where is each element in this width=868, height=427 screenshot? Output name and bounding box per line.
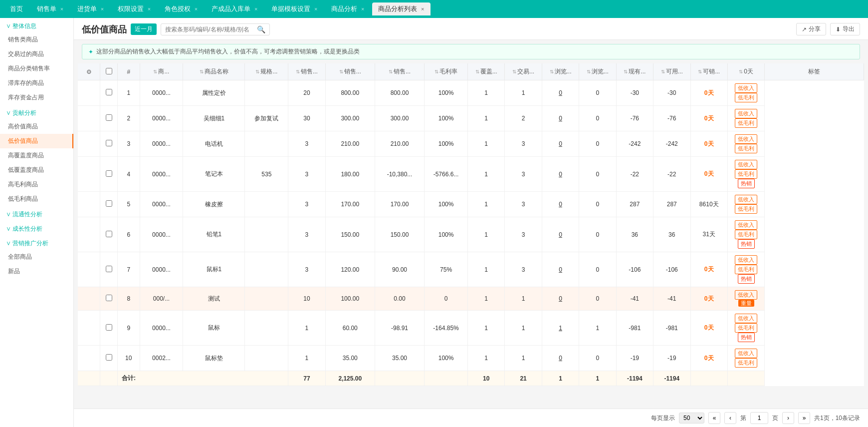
nav-analysis[interactable]: 商品分析 × <box>325 2 370 15</box>
td-checkbox[interactable] <box>100 157 118 192</box>
nav-analysis-close[interactable]: × <box>361 6 364 12</box>
td-days: 0天 <box>690 131 727 157</box>
td-browse1[interactable]: 0 <box>542 80 579 106</box>
td-checkbox[interactable] <box>100 287 118 311</box>
row-checkbox[interactable] <box>106 295 112 301</box>
td-browse1[interactable]: 0 <box>542 217 579 252</box>
first-page-button[interactable]: « <box>708 412 720 424</box>
select-all-checkbox[interactable] <box>106 68 112 74</box>
td-browse1[interactable]: 0 <box>542 252 579 287</box>
sidebar-item-category-sales[interactable]: 商品分类销售率 <box>0 61 73 76</box>
td-browse1[interactable]: 0 <box>542 106 579 131</box>
table-container[interactable]: ⚙ # 商... 商品名称 规格... 销售... 销售... 销售... 毛利… <box>74 63 868 409</box>
th-checkbox[interactable] <box>100 63 118 80</box>
th-spec[interactable]: 规格... <box>245 63 288 80</box>
nav-permissions[interactable]: 权限设置 × <box>112 2 157 15</box>
th-stock2[interactable]: 可用... <box>653 63 690 80</box>
th-days[interactable]: 0天 <box>727 63 764 80</box>
row-checkbox[interactable] <box>106 231 112 237</box>
row-checkbox[interactable] <box>106 170 112 177</box>
td-browse1[interactable]: 0 <box>542 287 579 311</box>
next-page-button[interactable]: › <box>782 412 794 424</box>
nav-roles[interactable]: 角色授权 × <box>159 2 204 15</box>
nav-template[interactable]: 单据模板设置 × <box>265 2 323 15</box>
nav-products-in[interactable]: 产成品入库单 × <box>206 2 263 15</box>
sidebar-item-low-coverage[interactable]: 低覆盖度商品 <box>0 163 73 177</box>
row-checkbox[interactable] <box>106 89 112 95</box>
td-checkbox[interactable] <box>100 311 118 346</box>
td-checkbox[interactable] <box>100 80 118 106</box>
td-browse1[interactable]: 1 <box>542 311 579 346</box>
sidebar-item-high-value[interactable]: 高价值商品 <box>0 119 73 134</box>
td-checkbox[interactable] <box>100 106 118 131</box>
td-browse1[interactable]: 0 <box>542 192 579 217</box>
row-checkbox[interactable] <box>106 266 112 272</box>
nav-purchase-close[interactable]: × <box>101 6 104 12</box>
sidebar-item-sales-goods[interactable]: 销售类商品 <box>0 32 73 47</box>
td-stock2: -981 <box>653 311 690 346</box>
settings-icon[interactable]: ⚙ <box>86 68 92 75</box>
nav-analysis-list[interactable]: 商品分析列表 × <box>372 2 430 15</box>
nav-purchase[interactable]: 进货单 × <box>71 2 110 15</box>
export-button[interactable]: ⬇ 导出 <box>830 23 860 35</box>
search-icon[interactable]: 🔍 <box>257 25 265 33</box>
td-checkbox[interactable] <box>100 252 118 287</box>
sidebar-item-high-coverage[interactable]: 高覆盖度商品 <box>0 148 73 163</box>
td-checkbox[interactable] <box>100 217 118 252</box>
th-coverage[interactable]: 覆盖... <box>467 63 504 80</box>
row-checkbox[interactable] <box>106 114 112 121</box>
sidebar-item-high-margin[interactable]: 高毛利商品 <box>0 177 73 192</box>
th-trade[interactable]: 交易... <box>505 63 542 80</box>
sidebar-item-inventory-funds[interactable]: 库存资金占用 <box>0 90 73 105</box>
td-browse1[interactable]: 0 <box>542 157 579 192</box>
row-checkbox[interactable] <box>106 140 112 146</box>
td-browse1[interactable]: 0 <box>542 131 579 157</box>
th-settings[interactable]: ⚙ <box>78 63 100 80</box>
page-number-input[interactable] <box>750 412 768 424</box>
th-sales-qty[interactable]: 销售... <box>288 63 325 80</box>
th-name[interactable]: 商品名称 <box>183 63 245 80</box>
th-browse1[interactable]: 浏览... <box>542 63 579 80</box>
sidebar-group-contribution[interactable]: ∨ 贡献分析 <box>0 105 73 119</box>
td-settings <box>78 311 100 346</box>
sidebar-group-growth[interactable]: ∨ 成长性分析 <box>0 221 73 235</box>
sidebar-group-circulation[interactable]: ∨ 流通性分析 <box>0 206 73 221</box>
td-browse1[interactable]: 0 <box>542 346 579 371</box>
sidebar-item-all-goods[interactable]: 全部商品 <box>0 250 73 264</box>
sidebar-item-low-value[interactable]: 低价值商品 <box>0 134 73 148</box>
row-checkbox[interactable] <box>106 354 112 361</box>
th-sales-amount[interactable]: 销售... <box>325 63 375 80</box>
sidebar-item-low-margin[interactable]: 低毛利商品 <box>0 192 73 206</box>
td-checkbox[interactable] <box>100 131 118 157</box>
nav-sales-close[interactable]: × <box>60 6 63 12</box>
td-checkbox[interactable] <box>100 346 118 371</box>
th-margin-rate[interactable]: 毛利率 <box>425 63 468 80</box>
th-sales-profit[interactable]: 销售... <box>375 63 424 80</box>
nav-analysis-list-close[interactable]: × <box>421 6 424 12</box>
time-filter-button[interactable]: 近一月 <box>131 23 157 35</box>
row-checkbox[interactable] <box>106 324 112 331</box>
sidebar-item-traded-goods[interactable]: 交易过的商品 <box>0 47 73 61</box>
nav-permissions-close[interactable]: × <box>148 6 151 12</box>
th-browse2[interactable]: 浏览... <box>579 63 616 80</box>
sidebar-item-slow-goods[interactable]: 滞库存的商品 <box>0 76 73 90</box>
nav-home[interactable]: 首页 <box>4 2 29 15</box>
td-checkbox[interactable] <box>100 192 118 217</box>
th-code[interactable]: 商... <box>140 63 183 80</box>
search-input[interactable] <box>165 26 255 33</box>
prev-page-button[interactable]: ‹ <box>724 412 736 424</box>
th-saleable[interactable]: 可销... <box>690 63 727 80</box>
page-size-select[interactable]: 50 100 <box>679 413 704 424</box>
th-stock1[interactable]: 现有... <box>616 63 653 80</box>
share-button[interactable]: ↗ 分享 <box>796 23 826 35</box>
sidebar-group-marketing[interactable]: ∨ 营销推广分析 <box>0 235 73 250</box>
nav-roles-close[interactable]: × <box>195 6 198 12</box>
row-checkbox[interactable] <box>106 200 112 207</box>
sidebar-item-new-goods[interactable]: 新品 <box>0 264 73 279</box>
nav-products-in-close[interactable]: × <box>254 6 257 12</box>
last-page-button[interactable]: » <box>798 412 810 424</box>
nav-template-close[interactable]: × <box>314 6 317 12</box>
sidebar-group-overall[interactable]: ∨ 整体信息 <box>0 18 73 32</box>
nav-sales[interactable]: 销售单 × <box>31 2 69 15</box>
td-name: 电话机 <box>183 131 245 157</box>
